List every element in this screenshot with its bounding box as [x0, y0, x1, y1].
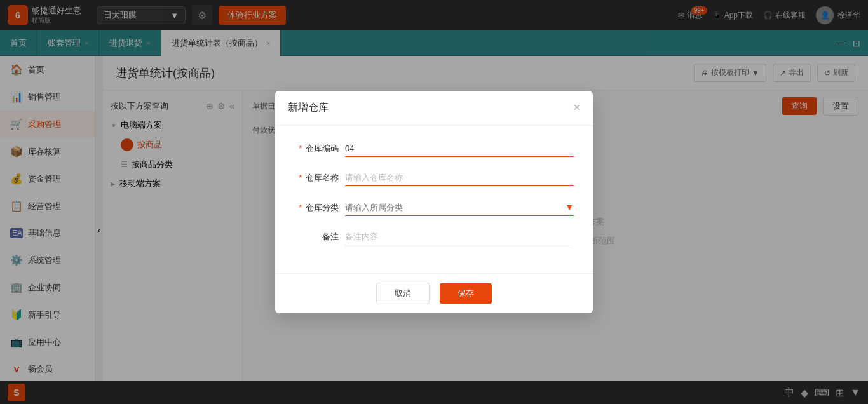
- cancel-button[interactable]: 取消: [376, 283, 430, 304]
- code-input[interactable]: [345, 140, 574, 157]
- name-input[interactable]: [345, 170, 574, 186]
- remark-input[interactable]: [345, 229, 574, 245]
- dialog-close-button[interactable]: ×: [573, 101, 580, 114]
- category-select-wrapper: ▼: [345, 199, 574, 216]
- remark-label: 备注: [294, 231, 345, 243]
- save-button[interactable]: 保存: [440, 283, 492, 304]
- form-row-category: * 仓库分类 ▼: [294, 199, 574, 216]
- category-label: * 仓库分类: [294, 202, 345, 213]
- dialog-footer: 取消 保存: [275, 273, 593, 313]
- name-label: * 仓库名称: [294, 172, 345, 184]
- dialog-header: 新增仓库 ×: [275, 91, 593, 125]
- form-row-code: * 仓库编码: [294, 140, 574, 157]
- new-warehouse-dialog: 新增仓库 × * 仓库编码 * 仓库名称 * 仓库分类 ▼: [275, 91, 593, 313]
- dialog-title: 新增仓库: [288, 101, 329, 114]
- category-input[interactable]: [345, 203, 565, 212]
- dialog-body: * 仓库编码 * 仓库名称 * 仓库分类 ▼ 备注: [275, 125, 593, 273]
- code-label: * 仓库编码: [294, 143, 345, 154]
- form-row-name: * 仓库名称: [294, 170, 574, 186]
- form-row-remark: 备注: [294, 229, 574, 245]
- category-dropdown-icon[interactable]: ▼: [565, 202, 574, 212]
